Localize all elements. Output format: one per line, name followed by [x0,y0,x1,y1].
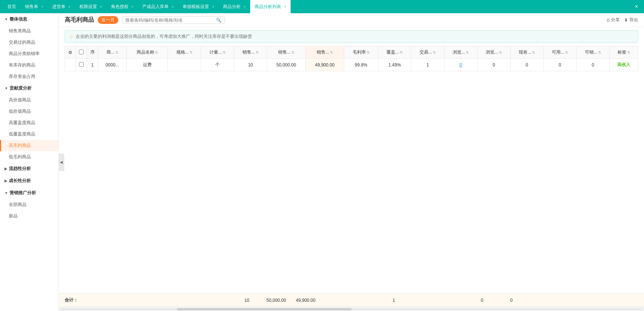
code-col-header[interactable]: 商... ⇅ [98,46,127,59]
share-button[interactable]: ⎙ 分享 [607,17,620,23]
sort-icon: ⇅ [367,50,370,54]
footer-available: 0 [497,298,526,303]
trade-col-header[interactable]: 交易... ⇅ [411,46,444,59]
time-filter-button[interactable]: 近一月 [98,16,118,24]
nav-close-icon[interactable]: × [41,5,43,9]
nav-close-icon[interactable]: × [244,5,246,9]
footer-empty6 [320,298,350,303]
available-col-header[interactable]: 可用... ⇅ [543,46,576,59]
browse1-link[interactable]: 0 [460,62,462,68]
arrow-icon: ▶ [4,167,7,171]
scrollbar-thumb[interactable] [177,308,352,310]
sidebar-item-low-value[interactable]: 低价值商品 [0,106,58,117]
sidebar-item-category-rate[interactable]: 商品分类助销率 [0,48,58,59]
available-cell: 0 [543,59,576,71]
scrollbar-track [60,308,643,310]
sort-icon: ⇅ [499,50,502,54]
nav-template-settings[interactable]: 单据模板设置 × [178,0,219,13]
tag-col-header[interactable]: 标签 ⇅ [609,46,638,59]
sidebar-item-high-coverage[interactable]: 高覆盖度商品 [0,117,58,129]
sales1-col-header[interactable]: 销售... ⇅ [234,46,267,59]
content-header: 高毛利商品 近一月 🔍 ⎙ 分享 ⬇ 导出 [59,13,644,27]
nav-close-icon[interactable]: × [68,5,71,9]
name-col-header[interactable]: 商品名称 ⇅ [127,46,168,59]
sidebar-item-low-margin[interactable]: 低毛利商品 [0,151,58,163]
sidebar-item-low-coverage[interactable]: 低覆盖度商品 [0,129,58,140]
sidebar-item-all-goods[interactable]: 全部商品 [0,199,58,210]
sales1-cell: 10 [234,59,267,71]
select-all-checkbox[interactable] [79,50,84,54]
sidebar-item-sales-goods[interactable]: 销售类商品 [0,25,58,37]
tag-badge: 高收入 [617,62,630,67]
export-button[interactable]: ⬇ 导出 [624,17,638,23]
nav-product-analysis[interactable]: 商品分析 × [219,0,250,13]
sort-icon: ⇅ [330,50,333,54]
browse1-col-header[interactable]: 浏览... ⇅ [444,46,477,59]
search-icon[interactable]: 🔍 [216,18,222,23]
nav-home[interactable]: 首页 [3,0,21,13]
nav-permission[interactable]: 权限设置 × [75,0,107,13]
browse2-col-header[interactable]: 浏览... ⇅ [477,46,510,59]
sidebar-group-overall[interactable]: ▼ 整体信息 [0,13,58,25]
sellable-col-header[interactable]: 可销... ⇅ [576,46,609,59]
table-body: 1 0000... 运费 个 10 50,000.00 49,900.00 99… [65,59,638,71]
settings-col-header[interactable]: ⚙ [65,46,76,59]
nav-product-analysis-list[interactable]: 商品分析列表 × [250,0,291,13]
row-checkbox[interactable] [79,62,84,67]
current-col-header[interactable]: 现有... ⇅ [510,46,543,59]
unit-col-header[interactable]: 计量... ⇅ [201,46,234,59]
sort-icon: ⇅ [565,50,568,54]
close-all-button[interactable]: × [632,3,641,10]
arrow-icon: ▼ [4,191,8,195]
nav-purchase-order[interactable]: 进货单 × [48,0,75,13]
spec-col-header[interactable]: 规格... ⇅ [168,46,201,59]
sidebar-item-traded-goods[interactable]: 交易过的商品 [0,37,58,48]
sort-icon: ⇅ [532,50,535,54]
nav-close-icon[interactable]: × [212,5,214,9]
search-input[interactable] [125,18,216,23]
sidebar-item-new-goods[interactable]: 新品 [0,210,58,222]
sort-icon: ⇅ [115,50,118,54]
sidebar-group-growth[interactable]: ▶ 成长性分析 [0,175,58,187]
nav-close-icon[interactable]: × [132,5,134,9]
nav-active-close-icon[interactable]: × [284,5,286,9]
sidebar-item-high-value[interactable]: 高价值商品 [0,94,58,106]
sidebar-item-high-margin[interactable]: 高毛利商品 [0,140,58,151]
footer-empty1 [85,298,115,303]
footer-empty9 [438,298,467,303]
share-icon: ⎙ [607,18,609,23]
nav-sales-order[interactable]: 销售单 × [21,0,48,13]
page-title: 高毛利商品 [65,16,94,24]
num-col-header: 序 [87,46,98,59]
footer-empty4 [173,298,203,303]
footer-trade: 1 [379,298,409,303]
data-table: ⚙ 序 商... ⇅ [65,46,638,71]
tip-icon: ☆ [69,34,73,39]
nav-close-icon[interactable]: × [100,5,102,9]
footer-empty5 [203,298,232,303]
nav-close-icon[interactable]: × [172,5,174,9]
nav-product-instock[interactable]: 产成品入库单 × [138,0,178,13]
sort-icon: ⇅ [256,50,259,54]
sales2-col-header[interactable]: 销售... ⇅ [267,46,306,59]
sidebar-group-trend[interactable]: ▶ 流趋性分析 [0,163,58,175]
sales3-col-header[interactable]: 销售... ⇅ [306,46,344,59]
horizontal-scrollbar[interactable] [59,307,644,311]
sort-icon: ⇅ [223,50,226,54]
content-area: ◀ 高毛利商品 近一月 🔍 ⎙ 分享 ⬇ 导出 ☆ 企 [59,13,644,311]
nav-role-auth[interactable]: 角色授权 × [107,0,138,13]
coverage-col-header[interactable]: 覆盖... ⇅ [378,46,411,59]
sidebar-group-contribution[interactable]: ▼ 贡献度分析 [0,82,58,94]
code-cell: 0000... [98,59,127,71]
sidebar-collapse-button[interactable]: ◀ [59,153,64,171]
settings-icon[interactable]: ⚙ [68,50,72,55]
footer-sales1: 10 [232,298,262,303]
sidebar-item-stock-fund[interactable]: 库存资金占用 [0,71,58,82]
sidebar-group-marketing[interactable]: ▼ 营销推广分析 [0,187,58,199]
sidebar-item-in-stock[interactable]: 有库存的商品 [0,59,58,71]
export-icon: ⬇ [624,18,628,23]
footer-empty8 [409,298,438,303]
gross-rate-col-header[interactable]: 毛利率 ⇅ [344,46,378,59]
trade-cell: 1 [411,59,444,71]
checkbox-cell [76,59,87,71]
